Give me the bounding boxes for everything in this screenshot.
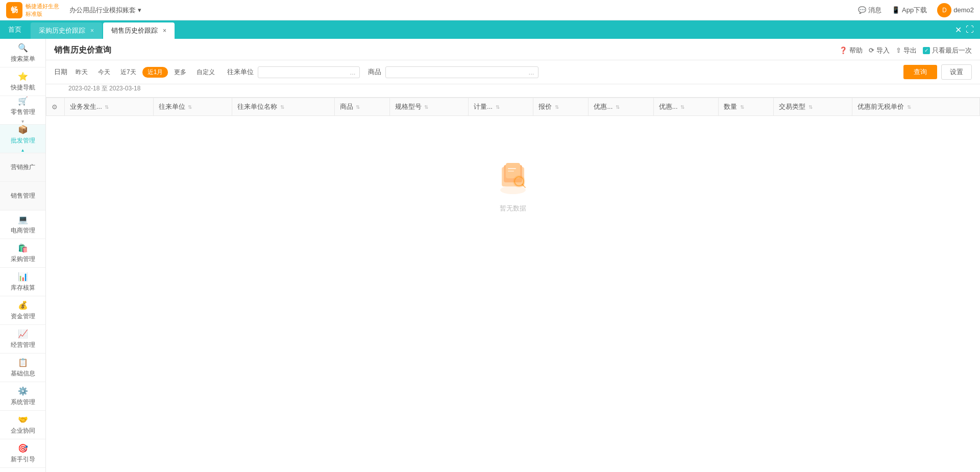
settings-button[interactable]: 设置: [941, 64, 972, 80]
download-icon: 📱: [892, 6, 900, 14]
col-partner-code[interactable]: 往来单位 ⇅: [153, 98, 232, 116]
sidebar-item-system[interactable]: ⚙️ 系统管理: [0, 382, 45, 411]
sidebar-item-inventory[interactable]: 📊 库存核算: [0, 268, 45, 296]
query-button[interactable]: 查询: [903, 65, 937, 79]
table-settings-icon[interactable]: ⚙: [52, 103, 58, 111]
svg-rect-7: [508, 168, 516, 169]
message-button[interactable]: 💬 消息: [858, 6, 881, 15]
sidebar-item-app-center[interactable]: 📱 应用中心: [0, 468, 45, 472]
date-range-options: 昨天 今天 近7天 近1月 更多 自定义: [71, 67, 219, 78]
tab-home[interactable]: 首页: [0, 20, 30, 39]
export-button[interactable]: ⇧ 导出: [896, 46, 917, 55]
only-last-once-toggle[interactable]: ✓ 只看最后一次: [923, 46, 972, 55]
user-menu[interactable]: D demo2: [937, 3, 974, 17]
sidebar-item-new-guide[interactable]: 🎯 新手引导: [0, 439, 45, 468]
sidebar-item-purchase[interactable]: 🛍️ 采购管理: [0, 239, 45, 268]
product-input-field[interactable]: [390, 68, 528, 76]
sort-discount1-icon: ⇅: [616, 104, 620, 110]
date-7days[interactable]: 近7天: [116, 67, 140, 78]
col-pre-tax-price[interactable]: 优惠前无税单价 ⇅: [852, 98, 980, 116]
filter-bar: 日期 昨天 今天 近7天 近1月 更多 自定义 往来单位 ... 商品: [46, 60, 980, 84]
tab-purchase-history[interactable]: 采购历史价跟踪 ×: [31, 22, 102, 39]
app-download-button[interactable]: 📱 App下载: [892, 6, 927, 15]
logo-icon: 畅: [6, 2, 22, 18]
collab-icon: 🤝: [18, 415, 28, 424]
sidebar-item-ecommerce[interactable]: 💻 电商管理: [0, 210, 45, 239]
date-more[interactable]: 更多: [170, 67, 190, 78]
filter-actions: 查询 设置: [903, 64, 972, 80]
tab-close-sales[interactable]: ×: [163, 27, 166, 34]
avatar: D: [937, 3, 951, 17]
tab-sales-history[interactable]: 销售历史价跟踪 ×: [103, 22, 175, 39]
tab-bar: 首页 采购历史价跟踪 × 销售历史价跟踪 × ✕ ⛶: [0, 20, 980, 39]
sidebar-item-finance[interactable]: 💰 资金管理: [0, 296, 45, 325]
main-layout: 🔍 搜索菜单 ⭐ 快捷导航 🛒 零售管理 ▾ 📦 批发管理 ▴ 营销推广 销售管…: [0, 39, 980, 472]
col-settings: ⚙: [46, 98, 65, 116]
date-filter-group: 日期 昨天 今天 近7天 近1月 更多 自定义: [54, 67, 219, 78]
import-icon: ⟳: [869, 46, 874, 54]
date-1month[interactable]: 近1月: [142, 67, 168, 78]
partner-input-field[interactable]: [262, 68, 350, 76]
sidebar-item-sales-mgmt[interactable]: 销售管理: [0, 182, 45, 210]
system-icon: ⚙️: [18, 386, 28, 396]
sidebar-item-wholesale[interactable]: 📦 批发管理 ▴: [0, 125, 45, 153]
product-search-icon: ...: [529, 68, 534, 76]
sidebar-item-marketing[interactable]: 营销推广: [0, 153, 45, 182]
top-bar-right: 💬 消息 📱 App下载 D demo2: [858, 3, 974, 17]
product-filter-label: 商品: [368, 67, 381, 77]
app-selector[interactable]: 办公用品行业模拟账套 ▾: [65, 4, 145, 17]
guide-icon: 🎯: [18, 443, 28, 453]
sort-price-icon: ⇅: [555, 104, 559, 110]
sidebar-item-quick-nav[interactable]: ⭐ 快捷导航: [0, 67, 45, 96]
help-button[interactable]: ❓ 帮助: [839, 46, 863, 55]
col-trade-type[interactable]: 交易类型 ⇅: [774, 98, 852, 116]
empty-state-text: 暂无数据: [500, 204, 526, 213]
inventory-icon: 📊: [18, 272, 28, 281]
wholesale-icon: 📦: [18, 125, 28, 134]
sidebar-item-retail[interactable]: 🛒 零售管理 ▾: [0, 96, 45, 125]
logo-area: 畅 畅捷通好生意 标准版: [6, 2, 59, 18]
partner-input[interactable]: ...: [258, 66, 360, 78]
empty-state: 暂无数据: [46, 116, 980, 254]
col-business-date[interactable]: 业务发生... ⇅: [65, 98, 154, 116]
partner-filter-label: 往来单位: [227, 67, 254, 77]
search-menu-icon: 🔍: [18, 43, 28, 53]
col-product[interactable]: 商品 ⇅: [334, 98, 389, 116]
empty-state-icon: [493, 157, 533, 198]
sort-product-icon: ⇅: [356, 104, 360, 110]
col-discount2[interactable]: 优惠... ⇅: [653, 98, 718, 116]
product-filter-group: 商品 ...: [368, 66, 538, 78]
tab-bar-actions: ✕ ⛶: [955, 25, 980, 35]
col-partner-name[interactable]: 往来单位名称 ⇅: [232, 98, 335, 116]
sidebar-item-operation[interactable]: 📈 经营管理: [0, 325, 45, 353]
sidebar-item-search-menu[interactable]: 🔍 搜索菜单: [0, 39, 45, 67]
maximize-icon[interactable]: ⛶: [966, 25, 974, 34]
date-today[interactable]: 今天: [94, 67, 114, 78]
help-icon: ❓: [839, 46, 847, 54]
col-discount1[interactable]: 优惠... ⇅: [589, 98, 653, 116]
purchase-icon: 🛍️: [18, 243, 28, 253]
date-custom[interactable]: 自定义: [192, 67, 219, 78]
table-header-row: ⚙ 业务发生... ⇅ 往来单位 ⇅ 往来单位名称 ⇅: [46, 98, 980, 116]
date-filter-label: 日期: [54, 67, 67, 77]
col-price[interactable]: 报价 ⇅: [533, 98, 589, 116]
import-button[interactable]: ⟳ 导入: [869, 46, 890, 55]
sidebar-item-enterprise-collab[interactable]: 🤝 企业协同: [0, 411, 45, 439]
product-input[interactable]: ...: [385, 66, 538, 78]
close-window-icon[interactable]: ✕: [955, 25, 962, 35]
sort-unit-icon: ⇅: [496, 104, 500, 110]
partner-search-icon: ...: [350, 68, 356, 76]
svg-point-0: [500, 186, 526, 194]
tab-close-purchase[interactable]: ×: [90, 27, 94, 34]
retail-arrow-icon: ▾: [21, 119, 24, 124]
partner-filter-group: 往来单位 ...: [227, 66, 360, 78]
date-yesterday[interactable]: 昨天: [71, 67, 92, 78]
quick-nav-icon: ⭐: [18, 72, 28, 81]
col-quantity[interactable]: 数量 ⇅: [719, 98, 774, 116]
chevron-down-icon: ▾: [138, 6, 141, 14]
col-unit[interactable]: 计量... ⇅: [469, 98, 533, 116]
page-title: 销售历史价查询: [54, 45, 111, 56]
col-spec[interactable]: 规格型号 ⇅: [389, 98, 468, 116]
sidebar-item-basic-info[interactable]: 📋 基础信息: [0, 353, 45, 382]
sort-pre-tax-icon: ⇅: [907, 104, 911, 110]
